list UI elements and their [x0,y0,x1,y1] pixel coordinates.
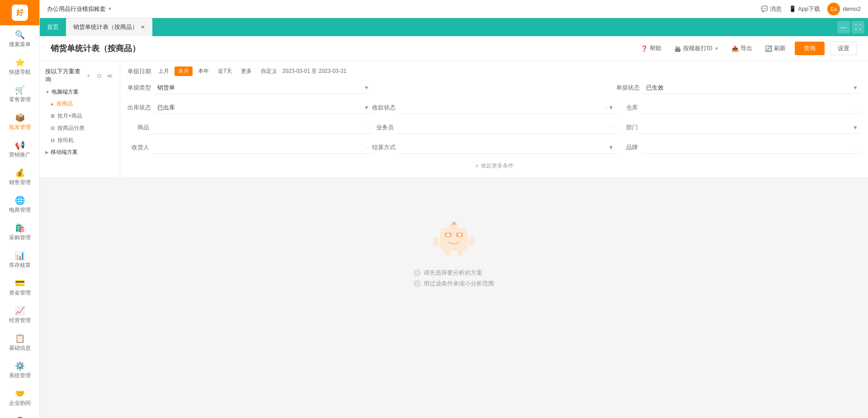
app-download-button[interactable]: 📱 App下载 [789,5,820,13]
minus-icon: — [840,24,847,31]
payment-control[interactable]: ▼ [399,141,617,154]
date-tab-more[interactable]: 更多 [237,66,255,76]
export-button[interactable]: 📤 导出 [728,43,756,54]
sidebar-item-purchase[interactable]: 🛍️ 采购管理 [0,218,39,246]
user-profile[interactable]: Ea demo2 [827,3,861,15]
sidebar-item-marketing[interactable]: 📢 营销推广 [0,136,39,163]
sidebar-item-search[interactable]: 🔍 搜索菜单 [0,25,39,53]
salesperson-control[interactable]: ··· [397,121,617,134]
out-status-control[interactable]: 已出库 ▼ [155,101,372,114]
message-icon: 💬 [761,5,768,12]
group-expand-icon-mobile: ▶ [45,150,49,155]
department-cell: 部门 ▼ [616,119,861,136]
tip-text-1: 请先选择要分析的方案 [424,269,482,277]
topbar-right: 💬 消息 📱 App下载 Ea demo2 [761,3,861,15]
retail-icon: 🛒 [15,85,25,95]
doc-type-control[interactable]: 销货单 ▼ [155,81,372,94]
filter-right: 单据日期 上月 本月 本年 近7天 更多 自定义 2023-03-01 至 20… [120,61,868,178]
settings-button[interactable]: 设置 [830,42,857,55]
product-control[interactable]: ··· [153,121,372,134]
svg-rect-0 [440,228,467,251]
receipt-status-control[interactable]: ··· ▼ [399,101,617,114]
sidebar-label-system: 系统管理 [9,372,31,380]
print-arrow-icon: ▼ [714,46,719,51]
sidebar-item-retail[interactable]: 🛒 零售管理 [0,81,39,108]
sidebar-item-cooperation[interactable]: 🤝 企业协同 [0,384,39,412]
scheme-settings-button[interactable]: ⊙ [94,71,104,80]
sidebar-label-finance: 资金管理 [9,289,31,297]
refresh-button[interactable]: 🔄 刷新 [761,43,789,54]
scheme-item-month-label: 按月+商品 [57,112,82,120]
tab-home[interactable]: 首页 [40,18,66,36]
empty-tip-2: 2 用过滤条件来缩小分析范围 [414,280,494,288]
sidebar-item-inventory[interactable]: 📊 库存核算 [0,246,39,274]
warehouse-cell: 仓库 ··· [616,100,861,116]
tab-minimize-button[interactable]: — [837,21,850,33]
scheme-add-button[interactable]: ＋ [84,71,93,80]
salesperson-dots-icon: ··· [609,124,613,131]
svg-point-6 [452,222,456,225]
date-tab-last7[interactable]: 近7天 [214,66,236,76]
scheme-item-by-category[interactable]: ⊟ 按商品分类 [40,122,120,134]
doc-type-label: 单据类型 [127,84,155,92]
date-tab-this-year[interactable]: 本年 [194,66,212,76]
filter-row-3: 出库状态 已出库 ▼ 收款状态 ··· ▼ [127,100,861,116]
search-icon: 🔍 [15,30,25,40]
scheme-group-pc[interactable]: ▼ 电脑端方案 [40,86,120,98]
account-name: 办公用品行业模拟账套 [47,5,106,13]
tab-close-icon[interactable]: ✕ [141,24,145,30]
department-control[interactable]: ▼ [642,121,861,134]
sidebar-item-finance[interactable]: 💳 资金管理 [0,274,39,301]
sidebar-label-purchase: 采购管理 [9,234,31,242]
sidebar-item-operation[interactable]: 📈 经营管理 [0,301,39,329]
scheme-collapse-button[interactable]: ≪ [105,71,114,80]
tab-maximize-button[interactable]: ⛶ [852,21,864,33]
date-tab-this-month[interactable]: 本月 [175,66,193,76]
sidebar-item-guide[interactable]: 🎯 新手引导 [0,412,39,418]
svg-rect-8 [469,237,474,246]
tab-report[interactable]: 销货单统计表（按商品） ✕ [66,18,152,36]
scheme-item-by-product[interactable]: ● 按商品 [40,98,120,110]
date-tab-last-month[interactable]: 上月 [155,66,173,76]
main-area: 办公用品行业模拟账套 ▼ 💬 消息 📱 App下载 Ea demo2 首页 销货… [40,0,868,418]
warehouse-control[interactable]: ··· [642,101,861,114]
brand-control[interactable]: ··· [642,141,861,154]
doc-status-control[interactable]: 已生效 ▼ [643,81,861,94]
consignee-control[interactable]: ··· [153,141,372,154]
tabbar-right-actions: — ⛶ [837,21,868,33]
account-selector[interactable]: 办公用品行业模拟账套 ▼ [47,5,112,13]
empty-state: 1 请先选择要分析的方案 2 用过滤条件来缩小分析范围 [40,178,868,324]
sidebar-item-sales[interactable]: 💰 销售管理 [0,163,39,191]
tip-num-2: 2 [414,280,421,287]
sidebar-item-wholesale[interactable]: 📦 批发管理 [0,108,39,136]
scheme-group-pc-label: 电脑端方案 [52,88,79,96]
system-icon: ⚙️ [15,361,25,371]
collapse-row[interactable]: ∧ 收起更多条件 [127,159,861,172]
sidebar-item-quick-nav[interactable]: ⭐ 快捷导航 [0,53,39,81]
query-button[interactable]: 查询 [795,42,825,55]
scheme-item-dot-icon: ● [51,101,54,107]
print-icon: 🖨️ [674,45,681,52]
filter-area: 按以下方案查询 ＋ ⊙ ≪ ▼ 电脑端方案 ● 按商品 [40,61,868,178]
svg-rect-7 [434,237,439,246]
sidebar-item-system[interactable]: ⚙️ 系统管理 [0,356,39,384]
template-print-button[interactable]: 🖨️ 按模板打印 ▼ [670,43,722,54]
date-tab-group: 上月 本月 本年 近7天 更多 自定义 [155,66,281,76]
svg-point-4 [458,233,461,236]
help-button[interactable]: ❓ 帮助 [637,43,665,54]
sidebar-label-quick-nav: 快捷导航 [9,68,31,76]
tip-text-2: 用过滤条件来缩小分析范围 [424,280,494,288]
scheme-item-by-printer[interactable]: ⊟ 按司机 [40,134,120,147]
sidebar-item-basic[interactable]: 📋 基础信息 [0,329,39,356]
app-download-label: App下载 [798,5,820,13]
basic-icon: 📋 [15,333,25,343]
scheme-group-mobile[interactable]: ▶ 移动端方案 [40,147,120,158]
warehouse-label: 仓库 [616,104,642,112]
receipt-status-cell: 收款状态 ··· ▼ [372,100,617,116]
out-status-value: 已出库 [157,104,364,112]
date-tab-custom[interactable]: 自定义 [257,66,281,76]
scheme-item-by-month-product[interactable]: ⊞ 按月+商品 [40,110,120,122]
receipt-arrow-icon: ▼ [608,104,613,111]
sidebar-item-ecommerce[interactable]: 🌐 电商管理 [0,191,39,218]
message-button[interactable]: 💬 消息 [761,5,782,13]
